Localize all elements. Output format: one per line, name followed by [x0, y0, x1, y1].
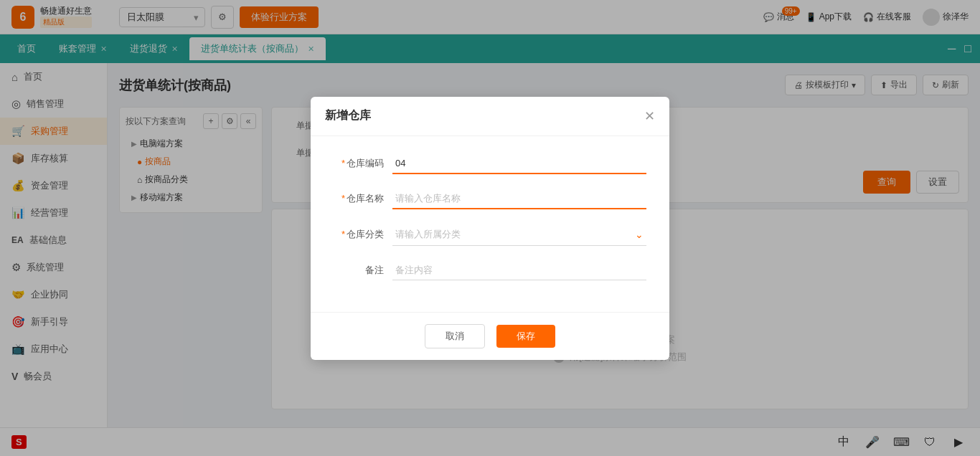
modal-code-label: 仓库编码 — [334, 157, 384, 170]
modal-name-row: 仓库名称 — [334, 189, 646, 209]
modal-name-input[interactable] — [392, 189, 646, 209]
modal-category-label: 仓库分类 — [334, 228, 384, 241]
modal-category-select[interactable]: 请输入所属分类 ⌄ — [392, 224, 646, 246]
modal-footer: 取消 保存 — [311, 312, 669, 360]
modal-cancel-button[interactable]: 取消 — [425, 324, 485, 348]
modal-title: 新增仓库 — [325, 108, 371, 123]
modal-category-row: 仓库分类 请输入所属分类 ⌄ — [334, 224, 646, 246]
modal-remark-label: 备注 — [334, 264, 384, 277]
modal-category-placeholder: 请输入所属分类 — [395, 228, 461, 241]
modal-category-arrow-icon: ⌄ — [635, 229, 644, 240]
modal-remark-row: 备注 — [334, 260, 646, 280]
modal-body: 仓库编码 仓库名称 仓库分类 请输入所属分类 ⌄ 备注 — [311, 136, 669, 312]
new-warehouse-modal: 新增仓库 ✕ 仓库编码 仓库名称 仓库分类 请输入所属分类 ⌄ — [311, 97, 669, 360]
modal-code-row: 仓库编码 — [334, 153, 646, 174]
modal-header: 新增仓库 ✕ — [311, 97, 669, 136]
modal-close-button[interactable]: ✕ — [644, 108, 655, 124]
modal-overlay: 新增仓库 ✕ 仓库编码 仓库名称 仓库分类 请输入所属分类 ⌄ — [0, 0, 980, 456]
modal-name-label: 仓库名称 — [334, 192, 384, 205]
modal-code-input[interactable] — [392, 153, 646, 174]
modal-save-button[interactable]: 保存 — [496, 325, 555, 348]
modal-remark-input[interactable] — [392, 260, 646, 280]
